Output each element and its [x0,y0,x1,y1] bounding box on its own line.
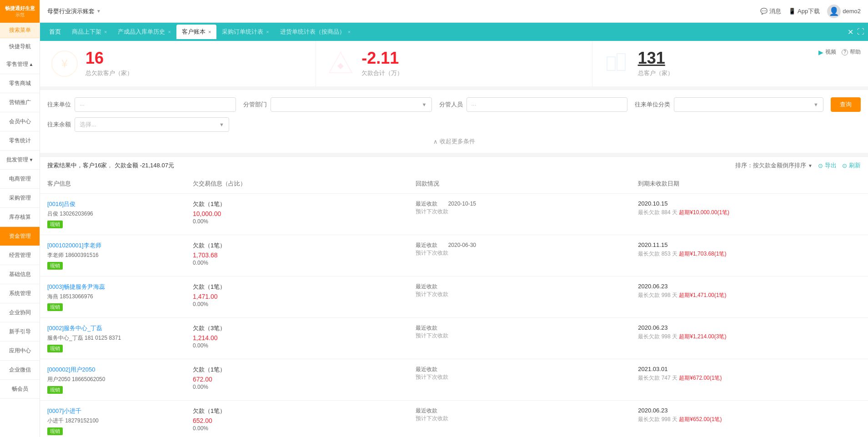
last-payment: 最近收款 2020-06-30 [416,241,638,249]
sort-selector[interactable]: 排序：按欠款金额倒序排序 ▼ [735,161,813,170]
customer-tag: 现销 [47,386,63,394]
debt-percent: 0.00% [193,425,416,432]
customer-name-link[interactable]: [0016]吕俊 [47,201,75,207]
tab-goods-online-offline[interactable]: 商品上下架 × [66,25,112,39]
sidebar-item-ecommerce[interactable]: 电商管理 [0,170,40,189]
from-unit-input[interactable]: ··· [75,97,236,112]
refresh-btn[interactable]: ⊙ 刷新 [842,161,861,170]
sidebar-item-newbie[interactable]: 新手引导 [0,322,40,342]
collapse-filter-btn[interactable]: ∧ 收起更多条件 [47,137,861,146]
app-download-btn[interactable]: 📱 App下载 [788,7,820,15]
customer-tag: 现销 [47,221,63,228]
export-icon: ⊙ [818,162,823,169]
export-btn[interactable]: ⊙ 导出 [818,161,837,170]
next-payment: 预计下次收款 [416,249,638,257]
search-menu[interactable]: 搜索菜单 [0,23,40,38]
tab-purchase-stats-by-goods[interactable]: 进货单统计表（按商品） × [275,25,356,39]
tab-close-icon[interactable]: × [168,29,171,35]
sidebar-item-retail-manage[interactable]: 零售管理 ▲ [0,55,40,74]
manager-input[interactable]: ··· [467,97,628,112]
main-content: 母婴行业演示账套 ▼ 💬 消息 📱 App下载 👤 demo2 [40,0,868,437]
sidebar-item-app-center[interactable]: 应用中心 [0,342,40,361]
customer-name-link[interactable]: [0003]畅捷服务尹海蕊 [47,283,105,290]
due-date: 2020.06.23 [638,407,861,414]
sidebar-item-vip-member[interactable]: 畅会员 [0,380,40,399]
customer-name-link[interactable]: [000002]用户2050 [47,366,95,373]
message-label: 消息 [769,7,781,15]
message-btn[interactable]: 💬 消息 [760,7,781,15]
tab-close-icon[interactable]: × [266,29,269,35]
overdue-link[interactable]: 超期¥652.00(1笔) [679,416,722,422]
sidebar-item-retail-stats[interactable]: 零售统计 [0,131,40,151]
quick-nav[interactable]: 快捷导航 [0,38,40,55]
payment-cell: 最近收款 预计下次收款 [416,324,638,340]
sidebar-item-purchase[interactable]: 采购管理 [0,189,40,208]
tab-close-icon[interactable]: × [348,29,351,35]
maximize-btn[interactable]: ⛶ [857,28,864,36]
sidebar-item-wholesale[interactable]: 批发管理 ▼ [0,151,40,170]
table-header: 客户信息 欠交易信息（占比） 回款情况 到期未收款日期 [40,174,868,194]
tab-close-icon[interactable]: × [104,29,107,35]
sidebar-item-system[interactable]: 系统管理 [0,284,40,303]
sidebar-item-operations[interactable]: 经营管理 [0,246,40,265]
user-menu[interactable]: 👤 demo2 [827,5,861,18]
from-unit-placeholder: ··· [80,101,85,108]
video-btn[interactable]: ▶ 视频 [818,48,836,56]
sidebar-item-marketing[interactable]: 营销推广 [0,93,40,112]
overdue-link[interactable]: 超期¥1,703.68(1笔) [679,251,726,257]
help-icon: ? [842,49,848,55]
customer-name-link[interactable]: [0002]服务中心_丁磊 [47,325,102,332]
sidebar-item-retail-mall[interactable]: 零售商城 [0,74,40,93]
customer-tag: 现销 [47,427,63,435]
tab-close-icon[interactable]: × [208,29,211,35]
collapse-label: 收起更多条件 [440,137,475,146]
debt-count: 欠款（1笔） [193,366,416,374]
debt-info-cell: 欠款（1笔） 10,000.00 0.00% [193,200,416,225]
tab-purchase-order-stats[interactable]: 采购订单统计表 × [216,25,274,39]
debt-percent: 0.00% [193,260,416,266]
debt-amount: 10,000.00 [193,210,416,217]
next-payment: 预计下次收款 [416,208,638,216]
table-row: [0002]服务中心_丁磊 服务中心_丁磊 181 0125 8371 现销 欠… [40,318,868,359]
tab-label: 进货单统计表（按商品） [280,28,345,36]
unit-category-select[interactable]: ▼ [674,97,823,112]
help-btn[interactable]: ? 帮助 [842,48,861,56]
tab-product-history[interactable]: 产成品入库单历史 × [112,25,176,39]
customer-name-link[interactable]: [0001020001]李老师 [47,242,101,249]
logo-sub: 示范 [5,12,35,18]
dept-select[interactable]: ▼ [271,97,432,112]
tab-home[interactable]: 首页 [44,25,66,39]
svg-text:¥: ¥ [61,57,68,70]
sidebar-item-inventory[interactable]: 库存核算 [0,208,40,227]
message-icon: 💬 [760,8,768,15]
customer-name-link[interactable]: [0007]小进千 [47,407,81,414]
customer-table: 客户信息 欠交易信息（占比） 回款情况 到期未收款日期 [0016]吕俊 吕俊 … [40,174,868,437]
overdue-link[interactable]: 超期¥672.00(1笔) [679,375,722,381]
total-customers-label: 总客户（家） [638,69,857,77]
sidebar-item-basic-info[interactable]: 基础信息 [0,265,40,284]
balance-select[interactable]: 选择... ▼ [75,117,229,132]
due-date-cell: 2021.03.01 最长欠款 747 天 超期¥672.00(1笔) [638,366,861,382]
overdue-link[interactable]: 超期¥1,471.00(1笔) [679,292,726,298]
table-row: [0003]畅捷服务尹海蕊 海燕 18513066976 现销 欠款（1笔） 1… [40,276,868,318]
search-button[interactable]: 查询 [831,97,861,112]
overdue-link[interactable]: 超期¥1,214.00(3笔) [679,333,726,340]
tab-customer-account[interactable]: 客户账本 × [176,25,216,39]
last-payment: 最近收款 [416,366,638,373]
debt-info-cell: 欠款（1笔） 672.00 0.00% [193,366,416,390]
customer-phone: 李老师 18600391516 [47,251,193,259]
close-all-tabs-btn[interactable]: ✕ [848,28,853,36]
debt-percent: 0.00% [193,301,416,307]
due-date: 2020.11.15 [638,241,861,248]
sidebar-item-enterprise-coop[interactable]: 企业协同 [0,303,40,322]
debt-total-label: 欠款合计（万） [361,69,581,77]
svg-rect-5 [617,54,625,70]
company-selector[interactable]: 母婴行业演示账套 ▼ [47,7,101,15]
sidebar-item-finance[interactable]: 资金管理 [0,227,40,246]
svg-rect-4 [607,57,615,70]
overdue-link[interactable]: 超期¥10,000.00(1笔) [679,209,729,216]
sidebar-item-enterprise-wechat[interactable]: 企业微信 [0,361,40,380]
debt-amount: 672.00 [193,376,416,383]
sidebar-item-member[interactable]: 会员中心 [0,112,40,131]
next-payment: 预计下次收款 [416,415,638,422]
